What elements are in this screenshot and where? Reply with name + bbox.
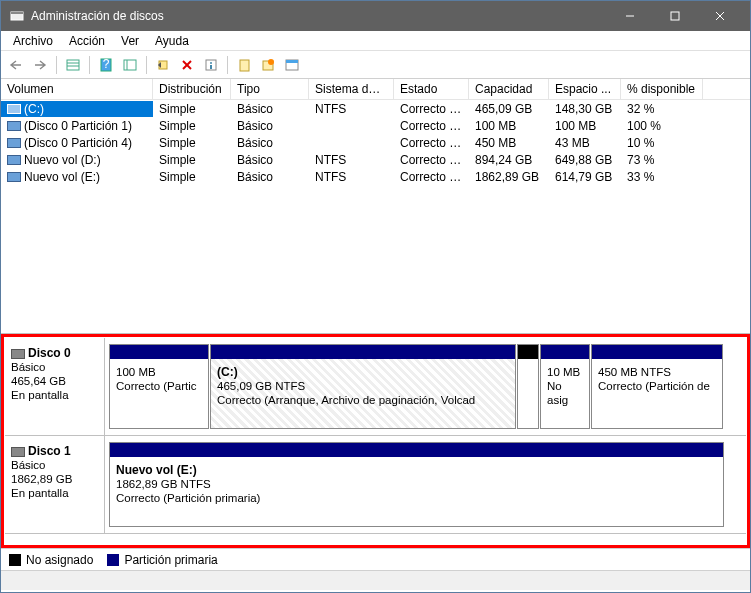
col-free[interactable]: Espacio ... bbox=[549, 79, 621, 99]
legend-swatch-black bbox=[9, 554, 21, 566]
view-list-icon[interactable] bbox=[62, 54, 84, 76]
titlebar: Administración de discos bbox=[1, 1, 750, 31]
partition-body: 450 MB NTFSCorrecto (Partición de bbox=[592, 359, 722, 428]
volume-row[interactable]: (Disco 0 Partición 4)SimpleBásicoCorrect… bbox=[1, 134, 750, 151]
volume-icon bbox=[7, 121, 21, 131]
partitions: Nuevo vol (E:)1862,89 GB NTFSCorrecto (P… bbox=[105, 436, 746, 533]
volume-list: Volumen Distribución Tipo Sistema de ...… bbox=[1, 79, 750, 334]
svg-point-21 bbox=[268, 59, 274, 65]
partition[interactable]: 450 MB NTFSCorrecto (Partición de bbox=[591, 344, 723, 429]
separator bbox=[227, 56, 228, 74]
menu-action[interactable]: Acción bbox=[61, 32, 113, 50]
legend-primary: Partición primaria bbox=[107, 553, 217, 567]
menu-file[interactable]: Archivo bbox=[5, 32, 61, 50]
partition-body bbox=[518, 359, 538, 428]
col-layout[interactable]: Distribución bbox=[153, 79, 231, 99]
partition[interactable] bbox=[517, 344, 539, 429]
menubar: Archivo Acción Ver Ayuda bbox=[1, 31, 750, 51]
partitions: 100 MBCorrecto (Partic(C:)465,09 GB NTFS… bbox=[105, 338, 746, 435]
back-button[interactable] bbox=[5, 54, 27, 76]
svg-rect-19 bbox=[240, 60, 249, 71]
close-button[interactable] bbox=[697, 1, 742, 31]
volume-header: Volumen Distribución Tipo Sistema de ...… bbox=[1, 79, 750, 100]
disk-info: Disco 0Básico465,64 GBEn pantalla bbox=[5, 338, 105, 435]
graphical-icon[interactable] bbox=[281, 54, 303, 76]
col-status[interactable]: Estado bbox=[394, 79, 469, 99]
partition-header bbox=[541, 345, 589, 359]
separator bbox=[146, 56, 147, 74]
new-icon[interactable] bbox=[233, 54, 255, 76]
col-filesystem[interactable]: Sistema de ... bbox=[309, 79, 394, 99]
svg-rect-6 bbox=[67, 60, 79, 70]
legend-swatch-navy bbox=[107, 554, 119, 566]
window-title: Administración de discos bbox=[31, 9, 607, 23]
volume-row[interactable]: Nuevo vol (D:)SimpleBásicoNTFSCorrecto (… bbox=[1, 151, 750, 168]
statusbar bbox=[1, 570, 750, 590]
col-percent[interactable]: % disponible bbox=[621, 79, 703, 99]
legend-unallocated: No asignado bbox=[9, 553, 93, 567]
disk-icon bbox=[11, 349, 25, 359]
help-icon[interactable]: ? bbox=[95, 54, 117, 76]
settings-icon[interactable] bbox=[119, 54, 141, 76]
col-capacity[interactable]: Capacidad bbox=[469, 79, 549, 99]
disk-row: Disco 0Básico465,64 GBEn pantalla100 MBC… bbox=[5, 338, 746, 436]
partition-body: 10 MBNo asig bbox=[541, 359, 589, 428]
partition-header bbox=[110, 443, 723, 457]
disk-row: Disco 1Básico1862,89 GBEn pantallaNuevo … bbox=[5, 436, 746, 534]
volume-icon bbox=[7, 138, 21, 148]
partition-body: 100 MBCorrecto (Partic bbox=[110, 359, 208, 428]
delete-icon[interactable] bbox=[176, 54, 198, 76]
volume-icon bbox=[7, 104, 21, 114]
volume-icon bbox=[7, 155, 21, 165]
refresh-icon[interactable] bbox=[152, 54, 174, 76]
app-icon bbox=[9, 8, 25, 24]
partition[interactable]: 100 MBCorrecto (Partic bbox=[109, 344, 209, 429]
menu-view[interactable]: Ver bbox=[113, 32, 147, 50]
maximize-button[interactable] bbox=[652, 1, 697, 31]
toolbar: ? bbox=[1, 51, 750, 79]
volume-row[interactable]: Nuevo vol (E:)SimpleBásicoNTFSCorrecto (… bbox=[1, 168, 750, 185]
partition-header bbox=[592, 345, 722, 359]
svg-rect-1 bbox=[11, 12, 23, 14]
menu-help[interactable]: Ayuda bbox=[147, 32, 197, 50]
disk-info: Disco 1Básico1862,89 GBEn pantalla bbox=[5, 436, 105, 533]
partition[interactable]: Nuevo vol (E:)1862,89 GB NTFSCorrecto (P… bbox=[109, 442, 724, 527]
volume-row[interactable]: (Disco 0 Partición 1)SimpleBásicoCorrect… bbox=[1, 117, 750, 134]
separator bbox=[89, 56, 90, 74]
action-icon[interactable] bbox=[257, 54, 279, 76]
minimize-button[interactable] bbox=[607, 1, 652, 31]
volume-icon bbox=[7, 172, 21, 182]
partition[interactable]: 10 MBNo asig bbox=[540, 344, 590, 429]
partition[interactable]: (C:)465,09 GB NTFSCorrecto (Arranque, Ar… bbox=[210, 344, 516, 429]
svg-rect-18 bbox=[210, 65, 212, 69]
svg-rect-23 bbox=[286, 60, 298, 63]
col-volume[interactable]: Volumen bbox=[1, 79, 153, 99]
partition-body: Nuevo vol (E:)1862,89 GB NTFSCorrecto (P… bbox=[110, 457, 723, 526]
forward-button[interactable] bbox=[29, 54, 51, 76]
col-type[interactable]: Tipo bbox=[231, 79, 309, 99]
graphical-view: Disco 0Básico465,64 GBEn pantalla100 MBC… bbox=[1, 334, 750, 548]
svg-text:?: ? bbox=[103, 58, 110, 71]
partition-header bbox=[211, 345, 515, 359]
partition-body: (C:)465,09 GB NTFSCorrecto (Arranque, Ar… bbox=[211, 359, 515, 428]
properties-icon[interactable] bbox=[200, 54, 222, 76]
svg-rect-3 bbox=[671, 12, 679, 20]
svg-point-17 bbox=[210, 62, 212, 64]
disk-icon bbox=[11, 447, 25, 457]
separator bbox=[56, 56, 57, 74]
svg-rect-11 bbox=[124, 60, 136, 70]
legend: No asignado Partición primaria bbox=[1, 548, 750, 570]
volume-row[interactable]: (C:)SimpleBásicoNTFSCorrecto (...465,09 … bbox=[1, 100, 750, 117]
partition-header bbox=[110, 345, 208, 359]
partition-header bbox=[518, 345, 538, 359]
